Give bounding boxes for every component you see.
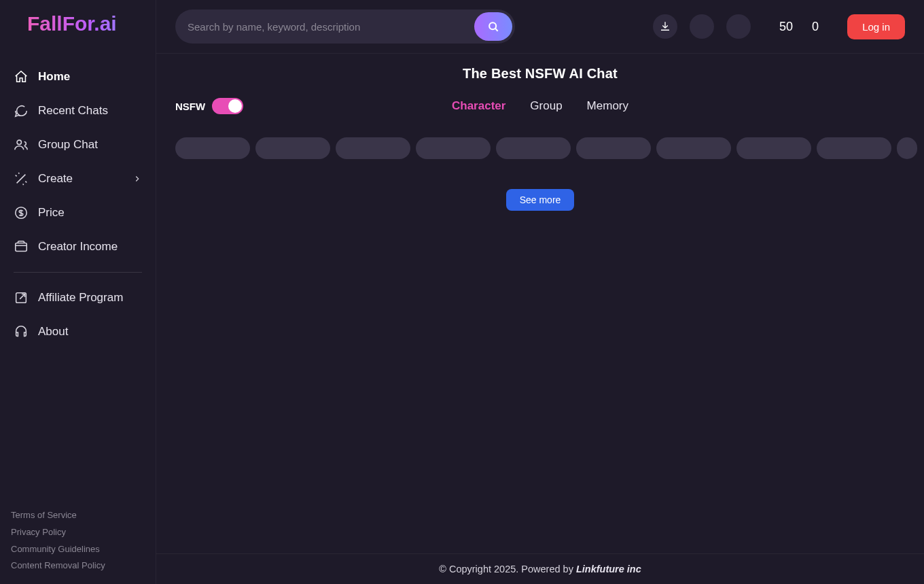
category-chip[interactable] xyxy=(336,137,410,159)
category-chip[interactable] xyxy=(817,137,891,159)
sidebar-item-label: Create xyxy=(38,172,73,186)
sidebar-item-about[interactable]: About xyxy=(0,315,156,349)
count-a: 50 xyxy=(779,20,793,34)
sidebar-item-recent-chats[interactable]: Recent Chats xyxy=(0,94,156,128)
search-icon xyxy=(486,20,500,33)
category-chip[interactable] xyxy=(175,137,250,159)
headset-icon xyxy=(14,324,29,339)
sidebar-item-label: Home xyxy=(38,70,70,84)
category-chip[interactable] xyxy=(496,137,571,159)
footer-company[interactable]: Linkfuture inc xyxy=(576,564,641,574)
top-icon-button-3[interactable] xyxy=(726,14,751,39)
search-button[interactable] xyxy=(474,12,512,41)
legal-content-removal[interactable]: Content Removal Policy xyxy=(11,557,145,574)
login-button[interactable]: Log in xyxy=(847,14,905,39)
sidebar-item-group-chat[interactable]: Group Chat xyxy=(0,128,156,162)
svg-rect-2 xyxy=(16,243,27,252)
category-chip[interactable] xyxy=(656,137,731,159)
main: 50 0 Log in The Best NSFW AI Chat NSFW C… xyxy=(156,0,924,584)
legal-terms[interactable]: Terms of Service xyxy=(11,507,145,524)
wallet-icon xyxy=(14,239,29,254)
page-heading: The Best NSFW AI Chat xyxy=(156,66,924,98)
controls-row: NSFW Character Group Memory xyxy=(156,98,924,128)
download-icon xyxy=(659,20,671,33)
nav: Home Recent Chats Group Chat Create xyxy=(0,48,156,500)
sidebar-item-label: Group Chat xyxy=(38,138,98,152)
sidebar-item-label: Affiliate Program xyxy=(38,291,123,305)
search-container xyxy=(175,10,515,44)
category-chip[interactable] xyxy=(736,137,811,159)
footer-copyright: © Copyright 2025. Powered by xyxy=(439,564,576,574)
home-icon xyxy=(14,69,29,84)
svg-point-0 xyxy=(17,140,21,144)
svg-point-4 xyxy=(489,22,496,29)
top-icon-button-2[interactable] xyxy=(690,14,714,39)
toggle-knob xyxy=(228,99,242,113)
external-link-icon xyxy=(14,290,29,305)
group-icon xyxy=(14,137,29,152)
chevron-right-icon xyxy=(132,174,142,184)
brand-logo[interactable]: FallFor.ai xyxy=(0,0,156,48)
tab-group[interactable]: Group xyxy=(530,99,562,113)
sidebar-item-create[interactable]: Create xyxy=(0,162,156,196)
nsfw-toggle[interactable] xyxy=(212,98,243,114)
legal-privacy[interactable]: Privacy Policy xyxy=(11,524,145,541)
tab-character[interactable]: Character xyxy=(452,99,505,113)
sidebar-item-label: About xyxy=(38,325,68,339)
nsfw-toggle-group: NSFW xyxy=(175,98,243,114)
header-counts: 50 0 xyxy=(779,20,819,34)
legal-links: Terms of Service Privacy Policy Communit… xyxy=(0,500,156,584)
content: The Best NSFW AI Chat NSFW Character Gro… xyxy=(156,54,924,584)
sidebar-item-price[interactable]: Price xyxy=(0,196,156,230)
search-input[interactable] xyxy=(188,21,474,33)
count-b: 0 xyxy=(812,20,819,34)
wand-icon xyxy=(14,171,29,186)
sidebar-item-label: Recent Chats xyxy=(38,104,108,118)
topbar: 50 0 Log in xyxy=(156,0,924,54)
dollar-icon xyxy=(14,205,29,220)
chat-icon xyxy=(14,103,29,118)
sidebar-item-affiliate[interactable]: Affiliate Program xyxy=(0,281,156,315)
sidebar-item-label: Creator Income xyxy=(38,240,118,254)
sidebar-item-label: Price xyxy=(38,206,65,220)
category-chip[interactable] xyxy=(416,137,491,159)
nsfw-label: NSFW xyxy=(175,101,205,112)
tab-memory[interactable]: Memory xyxy=(587,99,628,113)
category-chip[interactable] xyxy=(576,137,651,159)
download-button[interactable] xyxy=(653,14,677,39)
category-chip[interactable] xyxy=(255,137,330,159)
sidebar: FallFor.ai Home Recent Chats Group Chat … xyxy=(0,0,156,584)
tabs: Character Group Memory xyxy=(452,99,628,113)
category-chip[interactable] xyxy=(897,137,917,159)
sidebar-item-home[interactable]: Home xyxy=(0,60,156,94)
nav-divider xyxy=(14,272,142,273)
legal-community[interactable]: Community Guidelines xyxy=(11,541,145,558)
sidebar-item-creator-income[interactable]: Creator Income xyxy=(0,230,156,264)
category-chips xyxy=(156,128,924,169)
footer: © Copyright 2025. Powered by Linkfuture … xyxy=(156,553,924,584)
see-more-button[interactable]: See more xyxy=(506,189,575,211)
